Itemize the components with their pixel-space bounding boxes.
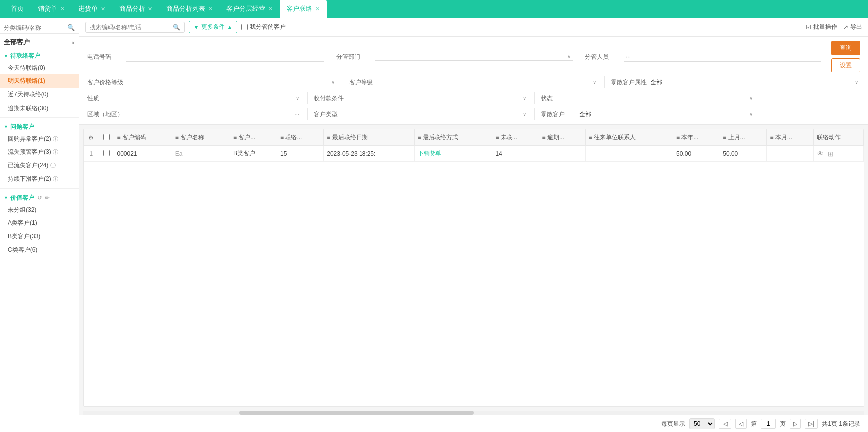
nav-home[interactable]: 首页 xyxy=(4,0,31,18)
page-label: 第 xyxy=(751,420,757,428)
nav-product-analysis-list[interactable]: 商品分析列表 ✕ xyxy=(159,0,219,18)
customer-type-select[interactable]: ∨ xyxy=(353,110,528,118)
person-select[interactable]: ··· xyxy=(624,52,821,62)
next-page-btn[interactable]: ▷ xyxy=(790,419,801,429)
nav-sales-order[interactable]: 销货单 ✕ xyxy=(31,0,72,18)
search-icon[interactable]: 🔍 xyxy=(67,24,75,31)
settings-btn[interactable]: 设置 xyxy=(831,58,860,72)
footer: 每页显示 50 20 100 |◁ ◁ 第 页 ▷ ▷| 共1页 1条记录 xyxy=(79,415,868,432)
my-customers-checkbox[interactable] xyxy=(241,24,248,30)
search-icon[interactable]: 🔍 xyxy=(173,24,180,31)
col-overdue[interactable]: ≡ 逾期... xyxy=(539,129,585,146)
first-page-btn[interactable]: |◁ xyxy=(719,419,731,429)
nav-customer-contact[interactable]: 客户联络 ✕ xyxy=(280,0,327,18)
filter-phone: 电话号码 xyxy=(87,52,324,62)
col-contact-person[interactable]: ≡ 往来单位联系人 xyxy=(585,129,673,146)
close-icon[interactable]: ✕ xyxy=(268,6,273,12)
close-icon[interactable]: ✕ xyxy=(101,6,105,12)
top-nav: 首页 销货单 ✕ 进货单 ✕ 商品分析 ✕ 商品分析列表 ✕ 客户分层经营 ✕ … xyxy=(0,0,868,18)
price-level-select[interactable]: ∨ xyxy=(127,78,337,86)
col-name[interactable]: ≡ 客户名称 xyxy=(172,129,230,146)
sidebar-item-a-class[interactable]: A类客户(1) xyxy=(0,216,79,230)
gear-icon[interactable]: ⚙ xyxy=(88,134,94,141)
sidebar-search-input[interactable] xyxy=(4,24,67,31)
col-last-method[interactable]: ≡ 最后联络方式 xyxy=(414,129,492,146)
nav-product-analysis[interactable]: 商品分析 ✕ xyxy=(112,0,159,18)
scrollbar-thumb[interactable] xyxy=(239,411,474,415)
nav-customer-tier[interactable]: 客户分层经营 ✕ xyxy=(219,0,280,18)
filter-retail: 零散客户 全部 ∨ xyxy=(541,110,755,119)
collapse-icon[interactable]: « xyxy=(72,39,75,46)
col-this-year[interactable]: ≡ 本年... xyxy=(673,129,720,146)
status-select[interactable]: ∨ xyxy=(579,94,755,102)
close-icon[interactable]: ✕ xyxy=(148,6,152,12)
action-icons: 👁 ⊞ xyxy=(817,150,860,158)
filter-more-btn[interactable]: ▼ 更多条件 ▲ xyxy=(189,21,237,33)
row-this-month xyxy=(767,146,813,162)
batch-btn[interactable]: ☑ 批量操作 xyxy=(806,23,837,31)
col-last-date[interactable]: ≡ 最后联络日期 xyxy=(324,129,415,146)
sidebar-item-tomorrow[interactable]: 明天待联络(1) xyxy=(0,74,79,88)
payment-select[interactable]: ∨ xyxy=(353,94,528,102)
sidebar-item-declining[interactable]: 持续下滑客户(2) ⓘ xyxy=(0,172,79,186)
nav-purchase-order[interactable]: 进货单 ✕ xyxy=(72,0,112,18)
chevron-down-icon: ∨ xyxy=(567,54,571,59)
sidebar-item-c-class[interactable]: C类客户(6) xyxy=(0,243,79,257)
my-customers-checkbox-label[interactable]: 我分管的客户 xyxy=(241,23,286,31)
sidebar-item-repurchase-abnormal[interactable]: 回购异常客户(2) ⓘ xyxy=(0,132,79,145)
divider xyxy=(330,51,330,63)
sidebar-item-churned[interactable]: 已流失客户(24) ⓘ xyxy=(0,159,79,172)
col-gear[interactable]: ⚙ xyxy=(84,129,99,146)
page-input[interactable] xyxy=(761,419,776,429)
filter-person: 分管人员 ··· xyxy=(585,52,821,62)
sidebar-group-value: 价值客户 ↺ ✏ xyxy=(0,191,79,203)
retail-select[interactable]: ∨ xyxy=(597,110,755,118)
last-page-btn[interactable]: ▷| xyxy=(805,419,818,429)
row-type: B类客户 xyxy=(230,146,277,162)
col-code[interactable]: ≡ 客户编码 xyxy=(114,129,172,146)
customer-level-select[interactable]: ∨ xyxy=(388,78,598,86)
retail-attr-select[interactable]: ∨ xyxy=(668,78,860,86)
chevron-down-icon: ∨ xyxy=(749,111,753,117)
row-select-checkbox[interactable] xyxy=(103,150,110,156)
col-contact-count[interactable]: ≡ 联络... xyxy=(277,129,324,146)
filter-nature: 性质 ∨ xyxy=(87,94,301,103)
col-type[interactable]: ≡ 客户... xyxy=(230,129,277,146)
region-select[interactable]: ··· xyxy=(127,110,301,119)
sidebar-item-7days[interactable]: 近7天待联络(0) xyxy=(0,88,79,101)
customer-table: ⚙ ≡ 客户编码 ≡ 客户名称 ≡ 客户... ≡ 联络... ≡ 最后联络日期… xyxy=(84,129,864,162)
sidebar-group-pending: 待联络客户 xyxy=(0,49,79,61)
query-btn[interactable]: 查询 xyxy=(831,41,860,55)
divider7 xyxy=(307,108,308,120)
dept-select[interactable]: ∨ xyxy=(375,53,573,61)
export-btn[interactable]: ↗ 导出 xyxy=(843,23,862,31)
sidebar-item-churn-warning[interactable]: 流失预警客户(3) ⓘ xyxy=(0,145,79,159)
toolbar-search: 🔍 xyxy=(85,22,185,33)
close-icon[interactable]: ✕ xyxy=(208,6,213,12)
phone-input[interactable] xyxy=(126,52,324,62)
row-contact-person xyxy=(585,146,673,162)
filter-customer-type: 客户类型 ∨ xyxy=(314,110,528,119)
close-icon[interactable]: ✕ xyxy=(315,6,320,12)
sidebar-item-today[interactable]: 今天待联络(0) xyxy=(0,61,79,74)
filter-customer-level: 客户等级 ∨ xyxy=(349,78,598,87)
per-page-select[interactable]: 50 20 100 xyxy=(689,418,715,429)
divider5 xyxy=(307,92,308,104)
divider2 xyxy=(0,188,79,189)
eye-icon[interactable]: 👁 xyxy=(817,150,824,158)
nature-select[interactable]: ∨ xyxy=(126,94,301,102)
toolbar-right: ☑ 批量操作 ↗ 导出 xyxy=(806,23,862,31)
prev-page-btn[interactable]: ◁ xyxy=(735,419,747,429)
grid-icon[interactable]: ⊞ xyxy=(828,150,834,158)
search-input[interactable] xyxy=(90,24,173,31)
col-this-month[interactable]: ≡ 本月... xyxy=(767,129,813,146)
sidebar-item-b-class[interactable]: B类客户(33) xyxy=(0,230,79,243)
select-all-checkbox[interactable] xyxy=(103,134,110,140)
last-method-link[interactable]: 下销货单 xyxy=(418,150,441,157)
sidebar-item-overdue[interactable]: 逾期未联络(30) xyxy=(0,102,79,115)
col-last-month[interactable]: ≡ 上月... xyxy=(720,129,767,146)
divider8 xyxy=(534,108,535,120)
col-unlinked[interactable]: ≡ 未联... xyxy=(492,129,539,146)
sidebar-item-ungrouped[interactable]: 未分组(32) xyxy=(0,203,79,216)
close-icon[interactable]: ✕ xyxy=(60,6,65,12)
